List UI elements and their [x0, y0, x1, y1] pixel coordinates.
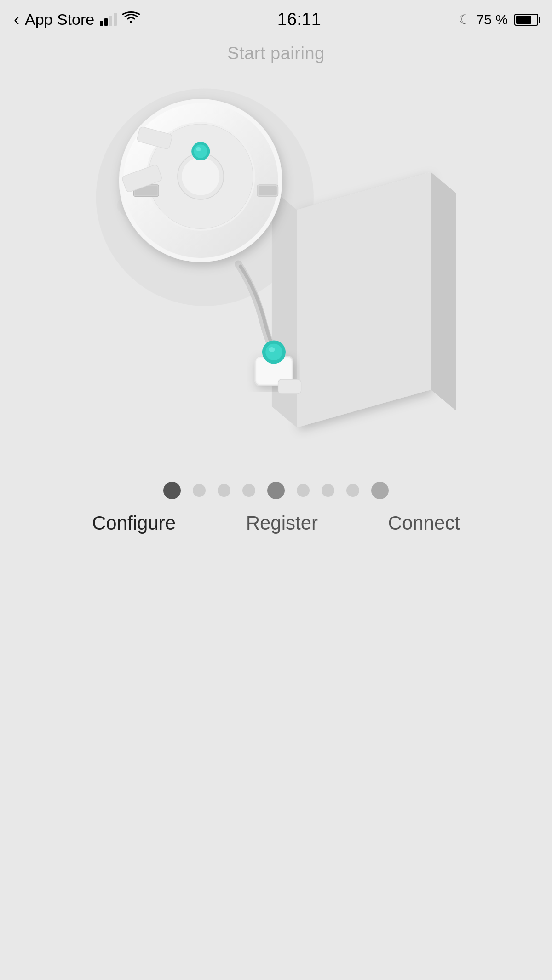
svg-point-20: [196, 147, 201, 151]
progress-dots: [163, 482, 389, 499]
step-labels: Configure Register Connect: [87, 512, 465, 534]
svg-marker-3: [431, 172, 456, 411]
configure-label: Configure: [92, 512, 176, 534]
app-store-label[interactable]: App Store: [25, 11, 94, 28]
page-title: Start pairing: [227, 44, 324, 63]
status-left: ‹ App Store: [14, 10, 140, 29]
svg-rect-17: [259, 186, 277, 195]
connect-label: Connect: [388, 512, 460, 534]
progress-dot-7: [322, 484, 334, 497]
progress-dot-5: [267, 482, 285, 499]
signal-bars-icon: [100, 14, 117, 26]
svg-rect-23: [278, 379, 301, 394]
battery-fill: [516, 16, 531, 24]
status-right: ☾ 75 %: [459, 12, 538, 28]
progress-dot-8: [346, 484, 359, 497]
progress-dot-2: [193, 484, 206, 497]
svg-point-19: [194, 145, 207, 158]
do-not-disturb-icon: ☾: [459, 12, 470, 27]
time-display: 16:11: [277, 10, 321, 29]
svg-point-25: [265, 344, 282, 360]
progress-dot-6: [297, 484, 310, 497]
svg-point-0: [130, 21, 132, 23]
device-svg: [0, 63, 552, 482]
bottom-section: Configure Register Connect: [0, 482, 552, 562]
battery-percent: 75 %: [477, 12, 508, 28]
progress-dot-1: [163, 482, 181, 499]
status-bar: ‹ App Store 16:11 ☾ 75 %: [0, 0, 552, 39]
progress-dot-3: [218, 484, 230, 497]
battery-icon: [514, 14, 538, 26]
device-illustration: [0, 63, 552, 482]
wifi-icon: [122, 11, 140, 28]
back-arrow-icon[interactable]: ‹: [14, 10, 19, 29]
svg-point-11: [182, 158, 219, 195]
main-content: Start pairing: [0, 39, 552, 980]
register-label: Register: [246, 512, 318, 534]
progress-dot-9: [371, 482, 389, 499]
progress-dot-4: [242, 484, 255, 497]
bottom-padding: [0, 562, 552, 980]
svg-point-26: [269, 347, 275, 352]
svg-marker-2: [297, 172, 431, 427]
